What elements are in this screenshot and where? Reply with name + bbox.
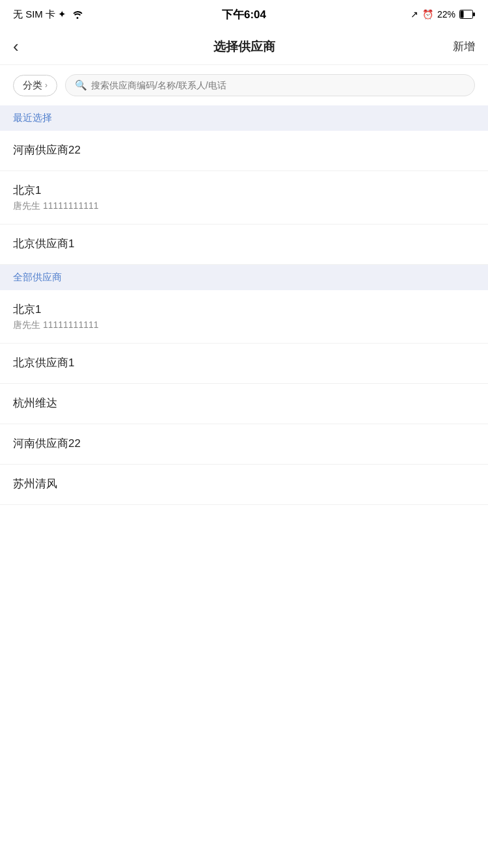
- category-label: 分类: [23, 79, 42, 92]
- filter-bar: 分类 › 🔍: [0, 65, 488, 105]
- recent-section-label: 最近选择: [13, 112, 52, 123]
- list-item[interactable]: 北京供应商1: [0, 224, 488, 265]
- category-button[interactable]: 分类 ›: [13, 75, 57, 96]
- location-icon: ↗: [411, 9, 418, 20]
- item-name: 河南供应商22: [13, 436, 475, 451]
- all-list: 北京1唐先生 11111111111北京供应商1杭州维达河南供应商22苏州清风: [0, 290, 488, 505]
- chevron-right-icon: ›: [45, 81, 47, 90]
- list-item[interactable]: 北京供应商1: [0, 344, 488, 384]
- search-input[interactable]: [91, 80, 465, 90]
- item-name: 北京供应商1: [13, 355, 475, 370]
- add-button[interactable]: 新增: [436, 39, 475, 54]
- item-name: 杭州维达: [13, 396, 475, 411]
- item-contact: 唐先生 11111111111: [13, 200, 475, 212]
- list-item[interactable]: 北京1唐先生 11111111111: [0, 171, 488, 224]
- status-bar: 无 SIM 卡 ✦ 下午6:04 ↗ ⏰ 22%: [0, 0, 488, 29]
- item-name: 河南供应商22: [13, 142, 475, 157]
- search-icon: 🔍: [75, 79, 87, 91]
- item-name: 北京1: [13, 183, 475, 198]
- list-item[interactable]: 北京1唐先生 11111111111: [0, 290, 488, 344]
- item-name: 北京供应商1: [13, 236, 475, 251]
- wifi-icon: [72, 10, 83, 19]
- alarm-icon: ⏰: [422, 9, 433, 20]
- back-button[interactable]: ‹: [13, 36, 52, 57]
- list-item[interactable]: 杭州维达: [0, 384, 488, 424]
- svg-rect-1: [461, 11, 464, 18]
- item-name: 北京1: [13, 302, 475, 317]
- item-name: 苏州清风: [13, 476, 475, 491]
- all-section-header: 全部供应商: [0, 265, 488, 290]
- list-item[interactable]: 河南供应商22: [0, 424, 488, 465]
- status-right: ↗ ⏰ 22%: [411, 9, 475, 20]
- all-section-label: 全部供应商: [13, 271, 62, 282]
- recent-section-header: 最近选择: [0, 105, 488, 131]
- status-time: 下午6:04: [222, 7, 266, 22]
- item-contact: 唐先生 11111111111: [13, 319, 475, 331]
- list-item[interactable]: 苏州清风: [0, 465, 488, 505]
- battery-icon: [459, 10, 475, 19]
- list-item[interactable]: 河南供应商22: [0, 131, 488, 171]
- page-title: 选择供应商: [213, 38, 275, 55]
- search-box[interactable]: 🔍: [65, 74, 475, 96]
- recent-list: 河南供应商22北京1唐先生 11111111111北京供应商1: [0, 131, 488, 265]
- nav-bar: ‹ 选择供应商 新增: [0, 29, 488, 65]
- svg-rect-2: [473, 12, 475, 16]
- no-sim-label: 无 SIM 卡 ✦: [13, 8, 66, 21]
- status-left: 无 SIM 卡 ✦: [13, 8, 83, 21]
- battery-label: 22%: [437, 9, 455, 20]
